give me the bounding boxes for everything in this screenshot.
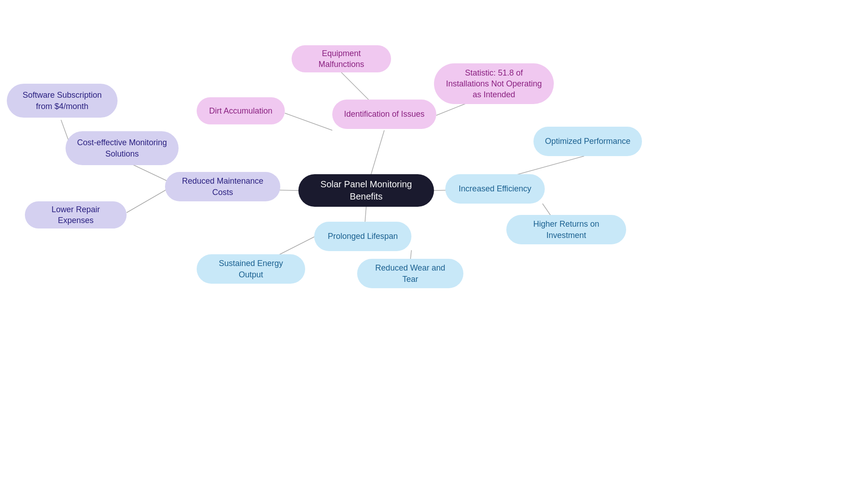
increased-efficiency-label: Increased Efficiency (459, 183, 532, 194)
svg-line-5 (285, 113, 332, 130)
prolonged-lifespan-label: Prolonged Lifespan (328, 231, 398, 242)
dirt-accumulation-label: Dirt Accumulation (209, 105, 272, 116)
reduced-wear-label: Reduced Wear and Tear (368, 262, 453, 285)
software-subscription-node: Software Subscription from $4/month (7, 84, 118, 118)
identification-of-issues-node: Identification of Issues (332, 100, 436, 129)
cost-effective-monitoring-node: Cost-effective Monitoring Solutions (66, 131, 179, 165)
increased-efficiency-node: Increased Efficiency (445, 174, 545, 204)
sustained-energy-label: Sustained Energy Output (208, 258, 294, 280)
higher-returns-node: Higher Returns on Investment (506, 215, 626, 244)
sustained-energy-output-node: Sustained Energy Output (197, 254, 305, 284)
lower-repair-label: Lower Repair Expenses (36, 204, 116, 226)
optimized-performance-label: Optimized Performance (545, 136, 630, 147)
reduced-maintenance-costs-node: Reduced Maintenance Costs (165, 172, 280, 201)
center-label: Solar Panel Monitoring Benefits (309, 178, 423, 203)
svg-line-8 (127, 189, 167, 213)
equipment-malfunctions-label: Equipment Malfunctions (302, 48, 380, 70)
lower-repair-expenses-node: Lower Repair Expenses (25, 201, 127, 228)
reduced-maintenance-label: Reduced Maintenance Costs (176, 176, 269, 198)
higher-returns-label: Higher Returns on Investment (517, 219, 615, 241)
prolonged-lifespan-node: Prolonged Lifespan (314, 222, 411, 251)
statistic-label: Statistic: 51.8 of Installations Not Ope… (445, 67, 543, 100)
equipment-malfunctions-node: Equipment Malfunctions (292, 45, 391, 72)
cost-effective-label: Cost-effective Monitoring Solutions (76, 137, 168, 159)
reduced-wear-tear-node: Reduced Wear and Tear (357, 259, 463, 288)
dirt-accumulation-node: Dirt Accumulation (197, 97, 285, 124)
statistic-node: Statistic: 51.8 of Installations Not Ope… (434, 63, 554, 104)
identification-label: Identification of Issues (344, 109, 425, 119)
center-node: Solar Panel Monitoring Benefits (298, 174, 434, 207)
optimized-performance-node: Optimized Performance (533, 127, 642, 156)
software-subscription-label: Software Subscription from $4/month (18, 90, 107, 112)
